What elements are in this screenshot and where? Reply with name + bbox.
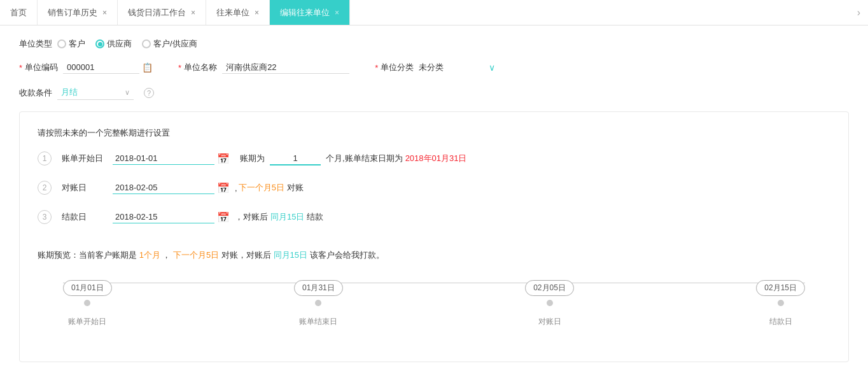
timeline-dot-3 [778,300,784,306]
radio-customer-supplier-circle [142,39,151,48]
timeline-node-3: 02月15日 结款日 [756,280,805,327]
timeline-dot-wrap-3: 02月15日 [756,280,805,306]
tab-edit-partner-close[interactable]: × [335,8,339,17]
tab-expand-icon: › [857,7,860,18]
unit-category-group: * 单位分类 未分类 ∨ [375,62,495,73]
unit-code-group: * 单位编码 📋 [19,61,153,74]
payment-terms-help-icon[interactable]: ? [144,88,154,98]
timeline-label-2: 对账日 [538,316,561,327]
step1-end-date: 2018年01月31日 [405,153,467,164]
payment-terms-select[interactable]: 月结 ∨ [57,85,134,100]
step2-date-input[interactable] [113,181,214,194]
radio-customer-label: 客户 [69,38,85,50]
period-settings-section: 请按照未来的一个完整帐期进行设置 1 账单开始日 📅 账期为 个月,账单结束日期… [19,111,849,362]
timeline-dot-wrap-0: 01月01日 [63,280,112,306]
radio-supplier-circle [95,39,104,48]
tab-sales-history-close[interactable]: × [102,8,107,17]
unit-category-select[interactable]: 未分类 ∨ [419,62,495,73]
timeline-badge-1: 01月31日 [294,280,343,296]
timeline-label-1: 账单结束日 [299,316,337,327]
preview-text: 账期预览：当前客户账期是 1个月 ， 下一个月5日 对账，对账后 同月15日 该… [38,239,830,274]
step2-row: 2 对账日 📅 , 下一个月5日 对账 [38,181,830,195]
step2-suffix-pre: , [235,183,237,193]
tab-cashflow-close[interactable]: × [191,8,195,17]
step1-period-input[interactable] [270,152,321,165]
unit-code-star: * [19,63,22,73]
timeline-badge-3: 02月15日 [756,280,805,296]
tab-edit-partner-label: 编辑往来单位 [280,7,330,18]
tab-cashflow[interactable]: 钱货日清工作台 × [118,0,206,25]
unit-name-input[interactable] [222,61,349,74]
step1-calendar-icon[interactable]: 📅 [217,153,230,165]
tab-expand-button[interactable]: › [850,7,868,18]
tabs-bar: 首页 销售订单历史 × 钱货日清工作台 × 往来单位 × 编辑往来单位 × › [0,0,868,25]
tab-sales-history-label: 销售订单历史 [48,7,97,18]
payment-terms-value: 月结 [61,87,122,98]
step1-row: 1 账单开始日 📅 账期为 个月,账单结束日期为 2018年01月31日 [38,151,830,165]
step1-period-suffix: 个月,账单结束日期为 [326,153,403,164]
unit-category-star: * [375,63,378,73]
preview-highlight1: 1个月 [139,250,160,260]
step3-suffix-pre: ，对账后 [235,211,268,223]
unit-name-group: * 单位名称 [178,61,349,74]
timeline-dot-1 [315,300,321,306]
step3-highlight: 同月15日 [270,211,304,223]
timeline: 01月01日 账单开始日 01月31日 账单结束日 [38,274,830,346]
timeline-dot-wrap-2: 02月05日 [525,280,574,306]
payment-terms-arrow-icon: ∨ [125,88,130,97]
step3-num: 3 [38,210,52,224]
radio-customer-supplier[interactable]: 客户/供应商 [142,38,197,50]
preview-mid1: ， [162,250,171,260]
tab-sales-history[interactable]: 销售订单历史 × [38,0,118,25]
radio-supplier-label: 供应商 [107,38,132,50]
unit-name-label: 单位名称 [184,62,217,73]
radio-customer[interactable]: 客户 [57,38,85,50]
unit-info-row: * 单位编码 📋 * 单位名称 * 单位分类 未分类 ∨ [19,61,849,74]
unit-code-input[interactable] [63,61,139,74]
timeline-dot-wrap-1: 01月31日 [294,280,343,306]
unit-type-label: 单位类型 [19,38,52,50]
unit-category-dropdown-icon: ∨ [489,62,495,73]
step3-calendar-icon[interactable]: 📅 [217,211,230,223]
step1-num: 1 [38,151,52,165]
tab-cashflow-label: 钱货日清工作台 [128,7,186,18]
timeline-label-0: 账单开始日 [68,316,106,327]
step3-row: 3 结款日 📅 ，对账后 同月15日 结款 [38,210,830,224]
payment-terms-label: 收款条件 [19,87,52,99]
timeline-node-0: 01月01日 账单开始日 [63,280,112,327]
tab-partner-label: 往来单位 [216,7,249,18]
step1-label: 账单开始日 [62,153,113,164]
unit-code-calendar-icon[interactable]: 📋 [142,62,153,73]
timeline-label-3: 结款日 [769,316,792,327]
radio-customer-supplier-label: 客户/供应商 [153,38,197,50]
timeline-dot-2 [547,300,553,306]
radio-supplier[interactable]: 供应商 [95,38,132,50]
step2-num: 2 [38,181,52,195]
tab-home[interactable]: 首页 [0,0,38,25]
payment-terms-row: 收款条件 月结 ∨ ? [19,85,849,100]
step3-label: 结款日 [62,211,113,223]
unit-type-row: 单位类型 客户 供应商 客户/供应商 [19,38,849,50]
step3-date-input[interactable] [113,211,214,223]
unit-category-label: 单位分类 [381,62,414,73]
step2-calendar-icon[interactable]: 📅 [217,182,230,194]
preview-highlight2: 下一个月5日 [173,250,219,260]
unit-name-star: * [178,63,181,73]
tab-partner-close[interactable]: × [255,8,259,17]
tab-edit-partner[interactable]: 编辑往来单位 × [270,0,350,25]
tab-partner[interactable]: 往来单位 × [206,0,270,25]
step2-suffix-post: 对账 [287,182,304,194]
step1-period-label: 账期为 [240,153,265,164]
unit-type-radio-group: 客户 供应商 客户/供应商 [57,38,197,50]
timeline-nodes: 01月01日 账单开始日 01月31日 账单结束日 [38,280,830,327]
section-instruction: 请按照未来的一个完整帐期进行设置 [38,127,830,139]
preview-suffix: 该客户会给我打款。 [310,250,384,260]
preview-highlight3: 同月15日 [274,250,307,260]
tab-home-label: 首页 [10,7,27,18]
preview-prefix: 账期预览：当前客户账期是 [38,250,137,260]
timeline-node-1: 01月31日 账单结束日 [294,280,343,327]
timeline-node-2: 02月05日 对账日 [525,280,574,327]
step2-label: 对账日 [62,182,113,194]
step1-date-input[interactable] [113,152,214,165]
unit-category-value: 未分类 [419,62,486,73]
